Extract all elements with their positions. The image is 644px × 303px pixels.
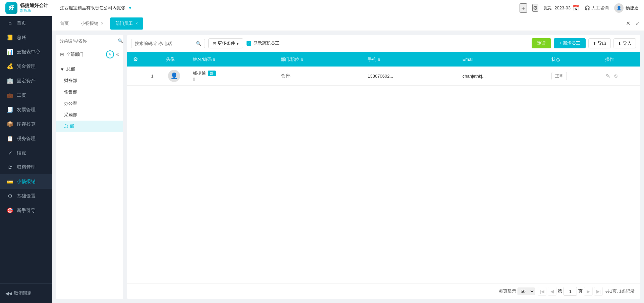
dept-node-sales[interactable]: 销售部 (56, 86, 123, 98)
sidebar-item-tax[interactable]: 📋 税务管理 (0, 131, 52, 146)
period-value: 2023-03 (554, 5, 571, 10)
sidebar-item-settings[interactable]: ⚙ 基础设置 (0, 189, 52, 203)
sidebar-item-payroll[interactable]: 💼 工资 (0, 88, 52, 102)
sidebar-label-archive: 归档管理 (17, 164, 36, 170)
row-settings-cell (127, 67, 144, 86)
employee-code: 0 (193, 77, 270, 82)
avatar-person-icon: 👤 (170, 72, 178, 80)
col-name-code[interactable]: 姓名/编码 ⇅ (187, 52, 275, 67)
dept-node-general[interactable]: ▼ 总部 (56, 63, 123, 75)
sidebar-item-home[interactable]: ⌂ 首页 (0, 16, 52, 30)
total-info: 共1页, 1条记录 (605, 288, 635, 294)
tab-employee-label: 部门员工 (115, 20, 133, 27)
top-header: 好 畅捷通好会计 旗舰版 江西服宝精品有限责任公司内账张 ▼ ＋ ⚙ 账期 20… (0, 0, 644, 16)
col-status: 状态 (546, 52, 600, 67)
tab-bar: 首页 小畅报销 × 部门员工 × ✕ ⤢ (52, 16, 644, 31)
content-area: 首页 小畅报销 × 部门员工 × ✕ ⤢ 🔍 (52, 16, 644, 303)
import-icon: ⬇ (618, 41, 622, 46)
prev-page-button[interactable]: ◀ (548, 287, 556, 296)
dept-node-finance[interactable]: 财务部 (56, 75, 123, 86)
tab-home-label: 首页 (60, 20, 69, 27)
row-avatar-cell: 👤 (161, 67, 187, 86)
sidebar-label-reports: 云报表中心 (17, 49, 40, 55)
tab-expense[interactable]: 小畅报销 × (75, 17, 109, 30)
sidebar-label-assets: 固定资产 (17, 78, 36, 84)
dept-search-input[interactable] (59, 38, 116, 43)
table-header-row: ⚙ 头像 姓名/编码 ⇅ 部门/职位 ⇅ (127, 52, 640, 67)
sidebar-item-expense[interactable]: 💳 小畅报销 (0, 174, 52, 189)
import-button[interactable]: ⬇ 导入 (613, 38, 636, 48)
employee-search-icon[interactable]: 🔍 (196, 41, 201, 46)
col-dept-position[interactable]: 部门/职位 ⇅ (275, 52, 363, 67)
table-gear-icon[interactable]: ⚙ (133, 56, 138, 62)
dept-search-icon[interactable]: 🔍 (118, 38, 123, 43)
company-name: 江西服宝精品有限责任公司内账张 (60, 5, 125, 11)
sidebar-item-reports[interactable]: 📊 云报表中心 (0, 45, 52, 59)
add-tab-button[interactable]: ＋ (520, 3, 527, 13)
company-dropdown-btn[interactable]: ▼ (128, 6, 132, 10)
sidebar-item-ledger[interactable]: 📒 总账 (0, 30, 52, 45)
dept-node-headquarters[interactable]: 总 部 (56, 121, 123, 132)
expand-arrow-icon: ▼ (60, 67, 64, 72)
export-label: 导出 (598, 40, 606, 46)
logout-employee-button[interactable]: ⎋ (613, 72, 618, 80)
page-size-dropdown[interactable]: 50 10 20 100 (518, 288, 535, 295)
invite-button[interactable]: 邀请 (532, 38, 551, 48)
tab-expense-close-icon[interactable]: × (101, 21, 103, 26)
dept-finance-label: 财务部 (64, 78, 77, 84)
col-phone[interactable]: 手机 ⇅ (362, 52, 457, 67)
dept-node-purchase[interactable]: 采购部 (56, 109, 123, 121)
sidebar-item-assets[interactable]: 🏢 固定资产 (0, 74, 52, 88)
logo-icon: 好 (5, 2, 17, 14)
show-resigned-checkbox[interactable]: ✓ (247, 41, 251, 46)
tab-close-window-button[interactable]: ✕ (625, 19, 632, 28)
calendar-icon[interactable]: 📅 (573, 5, 579, 11)
employee-search-input[interactable] (135, 41, 194, 46)
grid-icon: ⊞ (60, 52, 64, 57)
show-resigned-label[interactable]: ✓ 显示离职员工 (247, 40, 279, 46)
row-dept-cell: 总 部 (275, 67, 363, 86)
edit-employee-button[interactable]: ✎ (605, 72, 611, 80)
tab-expand-button[interactable]: ⤢ (634, 19, 641, 28)
export-button[interactable]: ⬆ 导出 (588, 38, 611, 48)
last-page-button[interactable]: ▶| (594, 287, 603, 296)
page-nav: |◀ ◀ 第 页 ▶ ▶| (538, 287, 603, 296)
add-employee-button[interactable]: + 新增员工 (554, 38, 586, 48)
dept-collapse-button[interactable]: « (116, 51, 119, 57)
unpin-label: 取消固定 (14, 290, 32, 296)
inventory-icon: 📦 (7, 121, 13, 127)
tab-expense-label: 小畅报销 (81, 20, 98, 27)
sidebar-item-close[interactable]: ✓ 结账 (0, 146, 52, 160)
sidebar-item-funds[interactable]: 💰 资金管理 (0, 59, 52, 74)
headset-icon: 🎧 (585, 5, 590, 10)
period-area: 账期 2023-03 📅 (544, 5, 579, 11)
sidebar-item-guide[interactable]: 🎯 新手引导 (0, 203, 52, 218)
tab-employee[interactable]: 部门员工 × (110, 17, 143, 30)
page-di-label: 第 (558, 288, 562, 294)
sidebar-item-inventory[interactable]: 📦 库存核算 (0, 117, 52, 131)
next-page-button[interactable]: ▶ (584, 287, 593, 296)
sidebar-item-invoice[interactable]: 🧾 发票管理 (0, 102, 52, 117)
page-number-input[interactable] (564, 287, 577, 296)
dept-node-office[interactable]: 办公室 (56, 98, 123, 109)
filter-button[interactable]: ⊟ 更多条件 ▾ (208, 38, 243, 48)
app-name: 畅捷通好会计 (20, 3, 48, 8)
tab-home[interactable]: 首页 (55, 17, 74, 30)
row-actions-cell: ✎ ⎋ (600, 67, 640, 86)
user-avatar: 👤 (614, 3, 624, 13)
assets-icon: 🏢 (7, 78, 13, 84)
unpin-button[interactable]: ◀◀ 取消固定 (0, 287, 52, 300)
sidebar-label-settings: 基础设置 (17, 193, 36, 199)
dept-header: ⊞ 全部部门 ✎ « (56, 47, 123, 62)
dept-edit-button[interactable]: ✎ (106, 50, 114, 58)
global-settings-button[interactable]: ⚙ (532, 4, 538, 12)
sidebar-label-funds: 资金管理 (17, 63, 36, 70)
tab-employee-close-icon[interactable]: × (136, 21, 138, 26)
user-area[interactable]: 👤 畅捷通 (614, 3, 639, 13)
sidebar-item-archive[interactable]: 🗂 归档管理 (0, 160, 52, 174)
col-settings: ⚙ (127, 52, 144, 67)
table-row: 1 👤 (127, 67, 640, 86)
dept-badge: 部 (208, 71, 216, 76)
first-page-button[interactable]: |◀ (538, 287, 546, 296)
service-button[interactable]: 🎧 人工咨询 (585, 5, 609, 11)
